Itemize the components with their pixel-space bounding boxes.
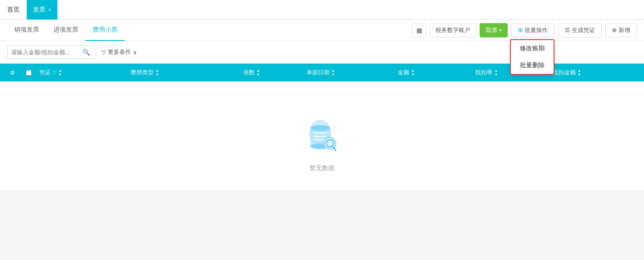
col-label-amount: 金额: [398, 69, 409, 77]
qr-code-button[interactable]: ▦: [412, 23, 426, 37]
col-header-amount: 金额 ▲▼: [394, 69, 472, 77]
col-label-date: 单据日期: [306, 69, 330, 77]
expense-type-sort-icon[interactable]: ▲▼: [155, 69, 159, 77]
generate-voucher-button[interactable]: ☰ 生成凭证: [558, 23, 602, 37]
batch-delete-item[interactable]: 批量删除: [511, 57, 554, 74]
add-label: 新增: [619, 26, 630, 34]
deduction-amount-sort-icon[interactable]: ▲▼: [578, 69, 581, 77]
empty-state: 暂无数据: [0, 81, 644, 190]
sub-nav-actions: ▦ 税务数字账户 取票 ▾ ⊞ 批量操作 修改账期 批量删除 ☰ 生成凭证: [412, 23, 637, 37]
modify-period-item[interactable]: 修改账期: [511, 40, 554, 57]
col-label-voucher: 凭证: [39, 69, 51, 77]
qr-icon: ▦: [416, 27, 422, 34]
col-label-deduction-amount: 抵扣金额: [553, 69, 576, 77]
batch-icon: ⊞: [518, 27, 523, 33]
voucher-filter-icon[interactable]: ▽: [53, 69, 57, 76]
top-nav: 首页 发票 ×: [0, 0, 644, 20]
svg-point-12: [336, 125, 337, 126]
batch-operation-button[interactable]: ⊞ 批量操作: [511, 23, 554, 37]
col-label-deduction-rate: 抵扣率: [475, 69, 493, 77]
col-label-expense-type: 费用类型: [130, 69, 154, 77]
batch-label: 批量操作: [525, 26, 548, 34]
tab-expense-ticket[interactable]: 费用小票: [86, 20, 125, 41]
count-sort-icon[interactable]: ▲▼: [257, 69, 260, 77]
chevron-down-icon: ▾: [499, 28, 501, 32]
col-header-count: 张数 ▲▼: [240, 69, 303, 77]
batch-operation-wrapper: ⊞ 批量操作 修改账期 批量删除: [511, 23, 554, 37]
search-icon[interactable]: 🔍: [82, 49, 90, 56]
tab-input-invoice[interactable]: 进项发票: [46, 20, 86, 41]
nav-tab-invoice[interactable]: 发票 ×: [27, 0, 57, 20]
nav-home[interactable]: 首页: [7, 6, 27, 14]
tab-sales-invoice[interactable]: 销项发票: [7, 20, 46, 41]
svg-point-11: [338, 129, 338, 130]
table-settings-icon[interactable]: ⚙: [4, 69, 21, 76]
sub-nav: 销项发票 进项发票 费用小票 ▦ 税务数字账户 取票 ▾ ⊞ 批量操作 修改账期: [0, 20, 644, 41]
empty-state-text: 暂无数据: [310, 164, 334, 172]
nav-tab-label: 发票: [33, 6, 45, 14]
col-label-count: 张数: [243, 69, 255, 77]
filter-label: 更多条件: [108, 48, 131, 56]
generate-label: 生成凭证: [572, 26, 595, 34]
add-icon: ⊕: [612, 27, 617, 33]
svg-point-2: [310, 125, 330, 131]
get-ticket-button[interactable]: 取票 ▾: [480, 23, 508, 37]
batch-dropdown-menu: 修改账期 批量删除: [510, 39, 554, 75]
more-filter-button[interactable]: ▽ 更多条件 ∨: [102, 48, 137, 56]
deduction-rate-sort-icon[interactable]: ▲▼: [494, 69, 498, 77]
filter-chevron-icon: ∨: [133, 49, 137, 56]
select-all-input[interactable]: [26, 70, 32, 76]
date-sort-icon[interactable]: ▲▼: [331, 69, 335, 77]
search-input[interactable]: [11, 49, 82, 56]
col-header-expense-type: 费用类型 ▲▼: [127, 69, 240, 77]
generate-icon: ☰: [565, 27, 570, 33]
svg-point-10: [334, 126, 336, 128]
tax-digital-account-button[interactable]: 税务数字账户: [430, 23, 476, 37]
tax-label: 税务数字账户: [436, 26, 470, 34]
nav-tab-close-icon[interactable]: ×: [48, 7, 51, 13]
col-header-voucher: 凭证 ▽ ▲▼: [36, 69, 127, 77]
col-header-date: 单据日期 ▲▼: [303, 69, 394, 77]
empty-state-icon: [300, 117, 344, 157]
voucher-sort-icon[interactable]: ▲▼: [58, 69, 62, 77]
add-button[interactable]: ⊕ 新增: [605, 23, 637, 37]
search-input-wrap: 🔍: [7, 45, 96, 59]
table-select-all-checkbox[interactable]: [21, 70, 36, 76]
get-ticket-label: 取票: [486, 26, 497, 34]
amount-sort-icon[interactable]: ▲▼: [411, 69, 415, 77]
filter-icon: ▽: [102, 49, 106, 56]
col-header-deduction-amount: 抵扣金额 ▲▼: [549, 69, 640, 77]
